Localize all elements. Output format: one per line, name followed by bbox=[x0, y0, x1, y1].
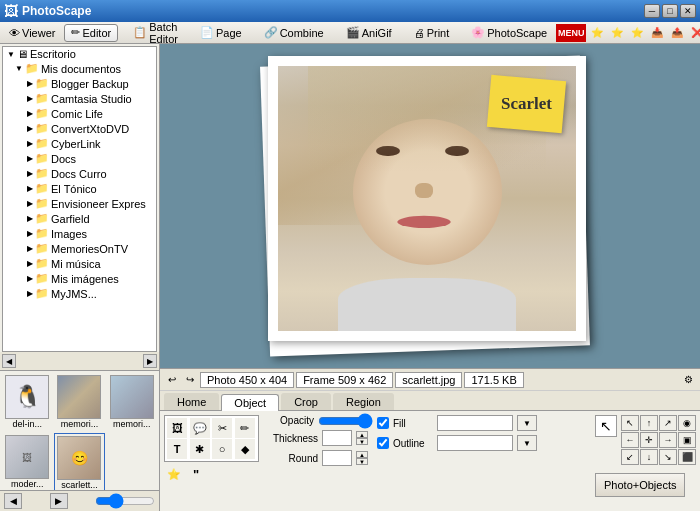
tab-object[interactable]: Object bbox=[221, 394, 279, 411]
tab-combine[interactable]: 🔗 Combine bbox=[257, 24, 331, 42]
tree-item-misimag[interactable]: ▶ 📁 Mis imágenes bbox=[3, 271, 156, 286]
arr-btn6[interactable]: ✛ bbox=[640, 432, 658, 448]
file-tree[interactable]: ▼ 🖥 Escritorio ▼ 📁 Mis documentos ▶ 📁 Bl… bbox=[2, 46, 157, 352]
round-up[interactable]: ▲ bbox=[356, 451, 368, 458]
minimize-button[interactable]: ─ bbox=[644, 4, 660, 18]
fill-dropdown[interactable]: ▼ bbox=[517, 415, 537, 431]
bottom-tabs-row: Home Object Crop Region bbox=[160, 391, 700, 411]
arr-btn9[interactable]: ↙ bbox=[621, 449, 639, 465]
tab-viewer[interactable]: 👁 Viewer bbox=[2, 24, 62, 42]
tree-item-memories[interactable]: ▶ 📁 MemoriesOnTV bbox=[3, 241, 156, 256]
tab-page[interactable]: 📄 Page bbox=[193, 24, 249, 42]
outline-row: Outline ▼ bbox=[377, 435, 537, 451]
tool-circle[interactable]: ○ bbox=[212, 439, 232, 459]
export-btn[interactable]: 📤 bbox=[668, 24, 686, 42]
tree-item-images[interactable]: ▶ 📁 Images bbox=[3, 226, 156, 241]
tool-cut[interactable]: ✂ bbox=[212, 418, 232, 438]
close-button[interactable]: ✕ bbox=[680, 4, 696, 18]
outline-dropdown[interactable]: ▼ bbox=[517, 435, 537, 451]
tree-item-envisioneer[interactable]: ▶ 📁 Envisioneer Expres bbox=[3, 196, 156, 211]
opacity-slider[interactable] bbox=[318, 416, 373, 426]
thickness-up[interactable]: ▲ bbox=[356, 431, 368, 438]
arr-btn1[interactable]: ↖ bbox=[621, 415, 639, 431]
arr-btn3[interactable]: ↗ bbox=[659, 415, 677, 431]
tree-nav-right[interactable]: ▶ bbox=[143, 354, 157, 368]
settings-icon-btn[interactable]: ⚙ bbox=[680, 372, 696, 388]
tree-item-convert[interactable]: ▶ 📁 ConvertXtoDVD bbox=[3, 121, 156, 136]
maximize-button[interactable]: □ bbox=[662, 4, 678, 18]
arr-btn4[interactable]: ◉ bbox=[678, 415, 696, 431]
arr-btn11[interactable]: ↘ bbox=[659, 449, 677, 465]
menu-icon-btn[interactable]: MENU bbox=[556, 24, 586, 42]
star3-btn[interactable]: ⭐ bbox=[628, 24, 646, 42]
folder-icon-myjms: 📁 bbox=[35, 287, 49, 300]
tool-text[interactable]: T bbox=[167, 439, 187, 459]
star2-btn[interactable]: ⭐ bbox=[608, 24, 626, 42]
tab-home[interactable]: Home bbox=[164, 393, 219, 410]
tab-anigif[interactable]: 🎬 AniGif bbox=[339, 24, 399, 42]
redo-btn[interactable]: ↪ bbox=[182, 372, 198, 388]
thumb-scarlett[interactable]: 😊 scarlett... bbox=[54, 433, 104, 490]
import-btn[interactable]: 📥 bbox=[648, 24, 666, 42]
outline-color-box[interactable] bbox=[437, 435, 513, 451]
tree-item-myjms[interactable]: ▶ 📁 MyJMS... bbox=[3, 286, 156, 301]
round-down[interactable]: ▼ bbox=[356, 458, 368, 465]
filesize-status: 171.5 KB bbox=[464, 372, 523, 388]
tree-item-comic[interactable]: ▶ 📁 Comic Life bbox=[3, 106, 156, 121]
fill-checkbox[interactable] bbox=[377, 417, 389, 429]
canvas-area[interactable]: Scarlet bbox=[160, 44, 700, 368]
photo-container: Scarlet bbox=[260, 51, 600, 361]
thickness-input[interactable]: 2 bbox=[322, 430, 352, 446]
arr-btn10[interactable]: ↓ bbox=[640, 449, 658, 465]
tree-nav-left[interactable]: ◀ bbox=[2, 354, 16, 368]
tab-batch[interactable]: 📋 Batch Editor bbox=[126, 24, 185, 42]
thumb-moder[interactable]: 🖼 moder... bbox=[2, 433, 52, 490]
nav-forward-btn[interactable]: ▶ bbox=[50, 493, 68, 509]
tool-speech[interactable]: 💬 bbox=[190, 418, 210, 438]
outline-checkbox[interactable] bbox=[377, 437, 389, 449]
tree-item-garfield[interactable]: ▶ 📁 Garfield bbox=[3, 211, 156, 226]
tree-item-escritorio[interactable]: ▼ 🖥 Escritorio bbox=[3, 47, 156, 61]
arr-btn7[interactable]: → bbox=[659, 432, 677, 448]
tool-image[interactable]: 🖼 bbox=[167, 418, 187, 438]
tree-item-cyberlink[interactable]: ▶ 📁 CyberLink bbox=[3, 136, 156, 151]
thumb-memori2[interactable]: memori... bbox=[107, 373, 157, 431]
tab-region[interactable]: Region bbox=[333, 393, 394, 410]
arr-btn8[interactable]: ▣ bbox=[678, 432, 696, 448]
tree-item-docs[interactable]: ▶ 📁 Docs bbox=[3, 151, 156, 166]
thumb-memori1[interactable]: memori... bbox=[54, 373, 104, 431]
tool-pencil[interactable]: ✏ bbox=[235, 418, 255, 438]
tree-item-blogger[interactable]: ▶ 📁 Blogger Backup bbox=[3, 76, 156, 91]
round-input[interactable]: 32 bbox=[322, 450, 352, 466]
tool-star[interactable]: ⭐ bbox=[164, 464, 184, 484]
tool-polygon[interactable]: ◆ bbox=[235, 439, 255, 459]
expand-icon5: ▶ bbox=[27, 109, 33, 118]
undo-btn[interactable]: ↩ bbox=[164, 372, 180, 388]
arr-btn2[interactable]: ↑ bbox=[640, 415, 658, 431]
tool-quote[interactable]: " bbox=[186, 464, 206, 484]
tool-star-shape[interactable]: ✱ bbox=[190, 439, 210, 459]
photo-objects-button[interactable]: Photo+Objects bbox=[595, 473, 685, 497]
star1-btn[interactable]: ⭐ bbox=[588, 24, 606, 42]
arr-btn5[interactable]: ← bbox=[621, 432, 639, 448]
thickness-down[interactable]: ▼ bbox=[356, 438, 368, 445]
tree-scroll[interactable]: ▼ 🖥 Escritorio ▼ 📁 Mis documentos ▶ 📁 Bl… bbox=[3, 47, 156, 351]
fill-color-box[interactable] bbox=[437, 415, 513, 431]
tree-item-docscurro[interactable]: ▶ 📁 Docs Curro bbox=[3, 166, 156, 181]
thumbnail-area[interactable]: 🐧 del-in... memori... memori... 🖼 bbox=[0, 370, 159, 490]
tree-item-misdocs[interactable]: ▼ 📁 Mis documentos bbox=[3, 61, 156, 76]
tree-item-eltonico[interactable]: ▶ 📁 El Tónico bbox=[3, 181, 156, 196]
tab-photoscape[interactable]: 🌸 PhotoScape bbox=[464, 24, 554, 42]
nav-back-btn[interactable]: ◀ bbox=[4, 493, 22, 509]
arr-btn12[interactable]: ⬛ bbox=[678, 449, 696, 465]
tree-item-camtasia[interactable]: ▶ 📁 Camtasia Studio bbox=[3, 91, 156, 106]
zoom-slider[interactable] bbox=[95, 497, 155, 505]
tab-editor[interactable]: ✏ Editor bbox=[64, 24, 118, 42]
thumb-del-in[interactable]: 🐧 del-in... bbox=[2, 373, 52, 431]
tree-item-musica[interactable]: ▶ 📁 Mi música bbox=[3, 256, 156, 271]
delete-btn[interactable]: ❌ bbox=[688, 24, 700, 42]
tab-crop[interactable]: Crop bbox=[281, 393, 331, 410]
cursor-tool[interactable]: ↖ bbox=[595, 415, 617, 437]
tab-print[interactable]: 🖨 Print bbox=[407, 24, 457, 42]
opacity-label: Opacity bbox=[263, 415, 314, 426]
